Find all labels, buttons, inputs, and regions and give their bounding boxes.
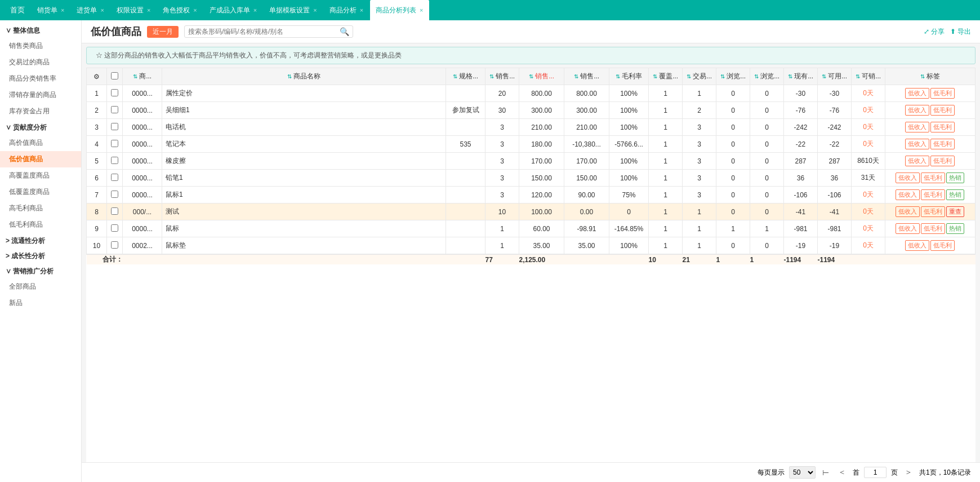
row-select-checkbox[interactable] bbox=[111, 157, 118, 164]
sidebar-item-inventory-capital[interactable]: 库存资金占用 bbox=[0, 103, 81, 120]
sidebar-item-high-margin[interactable]: 高毛利商品 bbox=[0, 200, 81, 216]
th-sellable[interactable]: ⇅ 可销... bbox=[852, 68, 885, 85]
nav-product-analysis[interactable]: 商品分析 × bbox=[324, 0, 369, 20]
nav-permissions[interactable]: 权限设置 × bbox=[111, 0, 156, 20]
th-browse1[interactable]: ⇅ 浏览... bbox=[716, 68, 750, 85]
row-select-checkbox[interactable] bbox=[111, 224, 118, 232]
row-checkbox[interactable] bbox=[107, 237, 123, 255]
row-checkbox[interactable] bbox=[107, 85, 123, 102]
sidebar-item-low-value[interactable]: 低价值商品 bbox=[0, 151, 81, 167]
nav-product-analysis-list-close[interactable]: × bbox=[420, 7, 423, 14]
sidebar-item-category-rate[interactable]: 商品分类销售率 bbox=[0, 70, 81, 87]
browse1-link[interactable]: 0 bbox=[731, 107, 735, 114]
browse1-link[interactable]: 0 bbox=[731, 157, 735, 165]
browse1-link[interactable]: 0 bbox=[731, 242, 735, 250]
row-checkbox[interactable] bbox=[107, 153, 123, 170]
row-select-checkbox[interactable] bbox=[111, 174, 118, 181]
browse1-link[interactable]: 0 bbox=[731, 208, 735, 216]
row-select-checkbox[interactable] bbox=[111, 207, 118, 215]
browse1-link[interactable]: 0 bbox=[731, 123, 735, 131]
prev-page-button[interactable]: ＜ bbox=[836, 467, 848, 477]
th-gross-margin[interactable]: ⇅ 毛利率 bbox=[609, 68, 649, 85]
row-checkbox[interactable] bbox=[107, 170, 123, 187]
sidebar-group-overall[interactable]: ∨ 整体信息 bbox=[0, 23, 81, 38]
row-select-checkbox[interactable] bbox=[111, 106, 118, 113]
filter-button[interactable]: 近一月 bbox=[147, 26, 179, 38]
sidebar-item-all-products[interactable]: 全部商品 bbox=[0, 278, 81, 295]
page-number-input[interactable] bbox=[864, 467, 887, 478]
sidebar-group-contribution[interactable]: ∨ 贡献度分析 bbox=[0, 120, 81, 135]
th-sales-val[interactable]: ⇅ 销售... bbox=[519, 68, 564, 85]
search-input[interactable] bbox=[188, 28, 337, 36]
nav-product-analysis-list[interactable]: 商品分析列表 × bbox=[370, 0, 429, 20]
nav-sales[interactable]: 销货单 × bbox=[32, 0, 70, 20]
sidebar-group-circulation[interactable]: > 流通性分析 bbox=[0, 233, 81, 248]
th-name[interactable]: ⇅ 商品名称 bbox=[162, 68, 446, 85]
next-page-button[interactable]: ＞ bbox=[902, 467, 915, 477]
row-checkbox[interactable] bbox=[107, 119, 123, 136]
search-icon[interactable]: 🔍 bbox=[340, 27, 349, 36]
row-select-checkbox[interactable] bbox=[111, 89, 118, 96]
browse1-link[interactable]: 0 bbox=[731, 174, 735, 182]
th-sales-qty[interactable]: ⇅ 销售... bbox=[485, 68, 519, 85]
sort-icon-gross: ⇅ bbox=[616, 73, 620, 79]
browse1-link[interactable]: 0 bbox=[731, 140, 735, 148]
nav-product-analysis-close[interactable]: × bbox=[360, 7, 363, 14]
sidebar-item-high-coverage[interactable]: 高覆盖度商品 bbox=[0, 167, 81, 184]
th-code[interactable]: ⇅ 商... bbox=[123, 68, 162, 85]
row-checkbox[interactable] bbox=[107, 136, 123, 153]
sidebar-item-new-products[interactable]: 新品 bbox=[0, 295, 81, 311]
row-select-checkbox[interactable] bbox=[111, 123, 118, 130]
row-code: 0000... bbox=[123, 187, 162, 204]
row-checkbox[interactable] bbox=[107, 220, 123, 237]
row-select-checkbox[interactable] bbox=[111, 191, 118, 198]
th-checkbox[interactable] bbox=[107, 68, 123, 85]
browse1-link[interactable]: 0 bbox=[731, 191, 735, 199]
sidebar-item-low-coverage[interactable]: 低覆盖度商品 bbox=[0, 184, 81, 200]
th-transaction[interactable]: ⇅ 交易... bbox=[683, 68, 716, 85]
first-page-button[interactable]: ⊢ bbox=[820, 468, 831, 477]
th-current[interactable]: ⇅ 现有... bbox=[784, 68, 818, 85]
row-tags: 低收入低毛利 bbox=[885, 119, 975, 136]
row-checkbox[interactable] bbox=[107, 204, 123, 220]
per-page-select[interactable]: 50 100 200 bbox=[789, 466, 816, 479]
browse1-link[interactable]: 1 bbox=[731, 225, 735, 233]
th-coverage[interactable]: ⇅ 覆盖... bbox=[649, 68, 683, 85]
nav-template[interactable]: 单据模板设置 × bbox=[264, 0, 322, 20]
row-select-checkbox[interactable] bbox=[111, 241, 118, 249]
sidebar-item-sales-products[interactable]: 销售类商品 bbox=[0, 38, 81, 54]
th-browse2[interactable]: ⇅ 浏览... bbox=[750, 68, 784, 85]
row-select-checkbox[interactable] bbox=[111, 140, 118, 147]
nav-roles[interactable]: 角色授权 × bbox=[157, 0, 202, 20]
nav-purchase[interactable]: 进货单 × bbox=[71, 0, 109, 20]
nav-template-close[interactable]: × bbox=[313, 7, 317, 14]
th-available[interactable]: ⇅ 可用... bbox=[818, 68, 852, 85]
sidebar-item-low-margin[interactable]: 低毛利商品 bbox=[0, 216, 81, 233]
select-all-checkbox[interactable] bbox=[111, 72, 118, 79]
nav-product-stock[interactable]: 产成品入库单 × bbox=[204, 0, 262, 20]
row-checkbox[interactable] bbox=[107, 102, 123, 119]
th-spec[interactable]: ⇅ 规格... bbox=[446, 68, 485, 85]
sort-icon-sellable: ⇅ bbox=[856, 73, 860, 79]
nav-product-stock-close[interactable]: × bbox=[253, 7, 257, 14]
th-sales-cost[interactable]: ⇅ 销售... bbox=[564, 68, 609, 85]
sidebar-item-high-value[interactable]: 高价值商品 bbox=[0, 135, 81, 151]
share-button[interactable]: ⤢ 分享 bbox=[924, 27, 945, 37]
sidebar-item-traded[interactable]: 交易过的商品 bbox=[0, 54, 81, 70]
export-button[interactable]: ⬆ 导出 bbox=[950, 27, 971, 37]
row-checkbox[interactable] bbox=[107, 187, 123, 204]
nav-permissions-close[interactable]: × bbox=[147, 7, 150, 14]
th-tags[interactable]: ⇅ 标签 bbox=[885, 68, 975, 85]
nav-roles-close[interactable]: × bbox=[193, 7, 197, 14]
sidebar-group-marketing[interactable]: ∨ 营销推广分析 bbox=[0, 263, 81, 278]
nav-sales-close[interactable]: × bbox=[61, 7, 64, 14]
sidebar-group-growth[interactable]: > 成长性分析 bbox=[0, 248, 81, 263]
settings-icon[interactable]: ⚙ bbox=[93, 73, 100, 81]
sidebar: ∨ 整体信息 销售类商品 交易过的商品 商品分类销售率 滞销存量的商品 库存资金… bbox=[0, 20, 82, 482]
nav-home[interactable]: 首页 bbox=[5, 0, 30, 20]
sidebar-item-slow-moving[interactable]: 滞销存量的商品 bbox=[0, 87, 81, 103]
row-browse1: 0 bbox=[716, 85, 750, 102]
th-settings[interactable]: ⚙ bbox=[87, 68, 107, 85]
nav-purchase-close[interactable]: × bbox=[100, 7, 104, 14]
browse1-link[interactable]: 0 bbox=[731, 90, 735, 98]
